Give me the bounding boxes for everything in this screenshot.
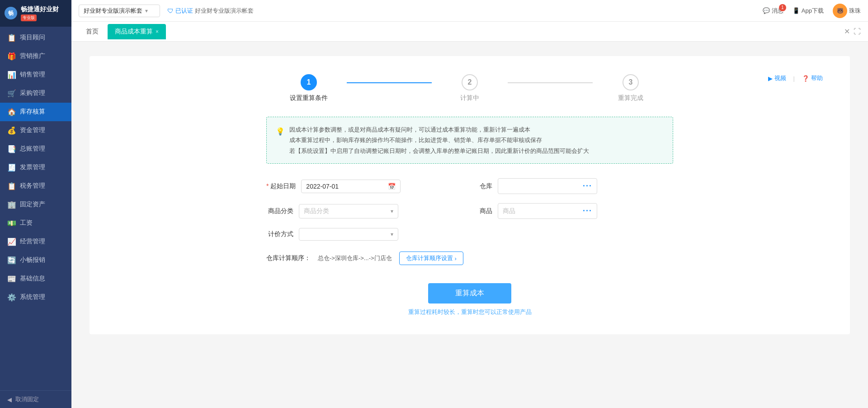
pricing-label: 计价方式: [266, 230, 293, 238]
step-3: 3 重算完成: [588, 74, 673, 102]
sidebar-item-label: 经营管理: [20, 237, 45, 246]
warehouse-label: 仓库: [465, 182, 492, 190]
close-window-icon[interactable]: ✕: [844, 27, 850, 36]
sidebar-logo-icon: 畅: [5, 7, 17, 19]
category-field: 商品分类 商品分类 ▾: [266, 204, 438, 218]
sidebar-item-project[interactable]: 📋 项目顾问: [0, 28, 71, 47]
sales-icon: 📊: [7, 71, 15, 79]
warehouse-field: 仓库 ···: [465, 178, 637, 194]
question-icon: ❓: [802, 75, 809, 82]
unpin-label: 取消固定: [15, 395, 39, 403]
sidebar-header: 畅 畅捷通好业财 专业版: [0, 0, 71, 27]
account-chevron-icon: ▾: [145, 8, 148, 14]
sidebar-item-operations[interactable]: 📈 经营管理: [0, 232, 71, 251]
step-3-circle: 3: [623, 74, 639, 90]
project-icon: 📋: [7, 33, 15, 42]
step-3-label: 重算完成: [618, 94, 643, 102]
warehouse-input[interactable]: ···: [498, 178, 597, 194]
sidebar-item-label: 项目顾问: [20, 33, 45, 42]
sidebar-unpin[interactable]: ◀ 取消固定: [0, 390, 71, 408]
tab-cost-recalc[interactable]: 商品成本重算 ×: [108, 24, 166, 39]
app-download-action[interactable]: 📱 App下载: [793, 7, 824, 15]
start-date-input[interactable]: 2022-07-01 📅: [301, 180, 401, 193]
content-panel: ▶ 视频 | ❓ 帮助 1 设置重算条件: [90, 56, 850, 334]
sidebar-item-basic[interactable]: 📰 基础信息: [0, 270, 71, 288]
system-icon: ⚙️: [7, 293, 15, 302]
sidebar-item-label: 系统管理: [20, 293, 45, 301]
sidebar-item-label: 固定资产: [20, 200, 45, 209]
calendar-icon[interactable]: 📅: [388, 183, 396, 190]
recalc-button[interactable]: 重算成本: [428, 283, 511, 304]
content-area: ▶ 视频 | ❓ 帮助 1 设置重算条件: [71, 42, 868, 408]
topbar: 好业财专业版演示帐套 ▾ 🛡 已认证 好业财专业版演示帐套 💬 消息 1 📱 A…: [71, 0, 868, 22]
expand-window-icon[interactable]: ⛶: [854, 28, 861, 36]
tab-close-icon[interactable]: ×: [156, 28, 159, 35]
account-selector[interactable]: 好业财专业版演示帐套 ▾: [79, 5, 160, 17]
pricing-chevron-icon: ▾: [391, 231, 393, 237]
pricing-select[interactable]: ▾: [299, 228, 398, 241]
calc-order-label: 仓库计算顺序：: [266, 254, 311, 262]
sidebar-item-label: 总账管理: [20, 145, 45, 153]
sidebar-item-tax[interactable]: 📋 税务管理: [0, 177, 71, 195]
product-placeholder: 商品: [503, 207, 515, 215]
category-chevron-icon: ▾: [391, 208, 393, 214]
sidebar-item-marketing[interactable]: 🎁 营销推广: [0, 47, 71, 66]
sidebar-item-label: 小畅报销: [20, 256, 45, 264]
sidebar-item-sales[interactable]: 📊 销售管理: [0, 66, 71, 84]
help-link[interactable]: ❓ 帮助: [802, 74, 823, 82]
step-1-number: 1: [307, 78, 311, 86]
product-field: 商品 商品 ···: [465, 203, 637, 219]
sidebar-brand: 畅捷通好业财 专业版: [21, 5, 59, 21]
tab-home[interactable]: 首页: [79, 24, 106, 39]
step-1: 1 设置重算条件: [266, 74, 351, 102]
step-2: 2 计算中: [427, 74, 512, 102]
payroll-icon: 💵: [7, 219, 15, 228]
warehouse-ellipsis-icon[interactable]: ···: [583, 181, 592, 191]
calc-order-settings-button[interactable]: 仓库计算顺序设置 ›: [399, 251, 463, 265]
sidebar-item-label: 库存核算: [20, 108, 45, 116]
category-label: 商品分类: [266, 207, 293, 215]
calc-order-row: 仓库计算顺序： 总仓->深圳仓库->...->门店仓 仓库计算顺序设置 ›: [266, 251, 673, 265]
pricing-field: 计价方式 ▾: [266, 228, 438, 241]
step-2-circle: 2: [462, 74, 478, 90]
topbar-actions: 💬 消息 1 📱 App下载 🐻 珠珠: [763, 4, 861, 18]
notification-badge: 1: [779, 4, 786, 11]
main-area: 好业财专业版演示帐套 ▾ 🛡 已认证 好业财专业版演示帐套 💬 消息 1 📱 A…: [71, 0, 868, 408]
operations-icon: 📈: [7, 237, 15, 246]
user-avatar-action[interactable]: 🐻 珠珠: [833, 4, 861, 18]
sidebar-item-payroll[interactable]: 💵 工资: [0, 214, 71, 232]
sidebar-item-accounting[interactable]: 📑 总账管理: [0, 140, 71, 158]
marketing-icon: 🎁: [7, 52, 15, 61]
avatar: 🐻: [833, 4, 847, 18]
form-section: 起始日期 2022-07-01 📅 仓库 ···: [266, 178, 673, 265]
sidebar-item-label: 税务管理: [20, 182, 45, 190]
sidebar-item-purchase[interactable]: 🛒 采购管理: [0, 84, 71, 103]
video-help-link[interactable]: ▶ 视频: [768, 74, 786, 82]
user-name: 珠珠: [849, 7, 861, 15]
sidebar-item-finance[interactable]: 💰 资金管理: [0, 121, 71, 140]
product-input[interactable]: 商品 ···: [498, 203, 597, 219]
help-area: ▶ 视频 | ❓ 帮助: [768, 74, 823, 82]
step-2-label: 计算中: [460, 94, 479, 102]
verified-label: 已认证: [175, 7, 193, 15]
expense-icon: 🔄: [7, 256, 15, 265]
accounting-icon: 📑: [7, 145, 15, 153]
product-ellipsis-icon[interactable]: ···: [583, 206, 592, 216]
step-1-label: 设置重算条件: [290, 94, 328, 102]
tab-home-label: 首页: [86, 28, 99, 36]
tab-bar: 首页 商品成本重算 × ✕ ⛶: [71, 22, 868, 42]
sidebar-item-label: 工资: [20, 219, 33, 227]
help-label: 帮助: [811, 74, 823, 82]
sidebar-item-inventory[interactable]: 🏠 库存核算: [0, 103, 71, 121]
tab-cost-recalc-label: 商品成本重算: [115, 28, 153, 36]
category-select[interactable]: 商品分类 ▾: [299, 204, 398, 218]
sidebar-item-invoice[interactable]: 🧾 发票管理: [0, 158, 71, 177]
sidebar-item-system[interactable]: ⚙️ 系统管理: [0, 288, 71, 307]
info-text: 因成本计算参数调整，或是对商品成本有疑问时，可以通过成本重算功能，重新计算一遍成…: [289, 124, 589, 156]
sidebar-item-expense[interactable]: 🔄 小畅报销: [0, 251, 71, 270]
sidebar-item-label: 营销推广: [20, 52, 45, 60]
sidebar-item-assets[interactable]: 🏢 固定资产: [0, 195, 71, 214]
purchase-icon: 🛒: [7, 89, 15, 98]
message-action[interactable]: 💬 消息 1: [763, 7, 783, 15]
video-label: 视频: [774, 74, 786, 82]
